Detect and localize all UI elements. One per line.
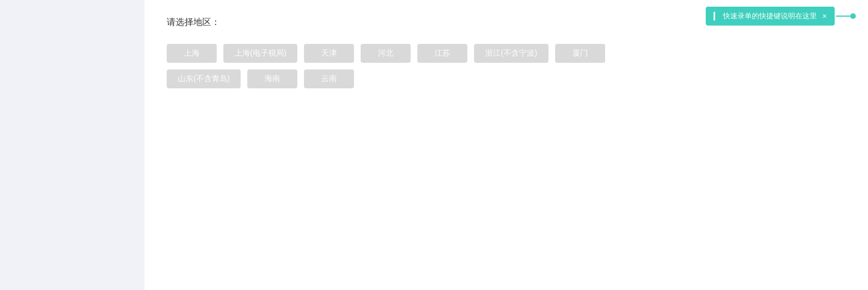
region-button-hebei[interactable]: 河北 bbox=[361, 44, 411, 63]
tooltip-close-button[interactable]: × bbox=[822, 12, 827, 21]
region-buttons-row-1: 上海上海(电子税局)天津河北江苏浙江(不含宁波)厦门 bbox=[167, 44, 846, 63]
region-button-jiangsu[interactable]: 江苏 bbox=[417, 44, 467, 63]
region-button-shandong[interactable]: 山东(不含青岛) bbox=[167, 69, 241, 88]
sidebar bbox=[0, 0, 144, 290]
main-content: 请选择地区： 上海上海(电子税局)天津河北江苏浙江(不含宁波)厦门 山东(不含青… bbox=[144, 0, 868, 290]
region-button-tianjin[interactable]: 天津 bbox=[304, 44, 354, 63]
region-button-hainan[interactable]: 海南 bbox=[247, 69, 297, 88]
region-button-shanghai-etax[interactable]: 上海(电子税局) bbox=[223, 44, 297, 63]
tooltip-dot bbox=[850, 13, 856, 19]
region-button-xiamen[interactable]: 厦门 bbox=[555, 44, 605, 63]
tooltip-text: 快速录单的快捷键说明在这里 bbox=[723, 11, 817, 21]
region-button-yunnan[interactable]: 云南 bbox=[304, 69, 354, 88]
tooltip-line bbox=[836, 16, 851, 17]
tooltip-banner: 快速录单的快捷键说明在这里 × bbox=[706, 7, 835, 26]
region-button-zhejiang[interactable]: 浙江(不含宁波) bbox=[474, 44, 548, 63]
region-button-shanghai[interactable]: 上海 bbox=[167, 44, 217, 63]
region-buttons-row-2: 山东(不含青岛)海南云南 bbox=[167, 69, 846, 88]
